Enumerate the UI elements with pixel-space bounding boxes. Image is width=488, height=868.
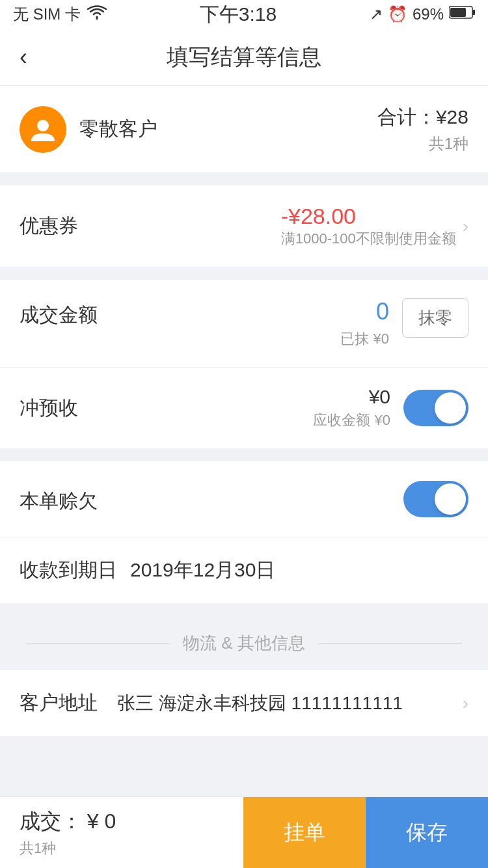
round-off-button[interactable]: 抹零 xyxy=(402,298,468,338)
alarm-icon: ⏰ xyxy=(388,5,407,23)
address-value: 张三 海淀永丰科技园 11111111111 xyxy=(117,691,456,716)
customer-name: 零散客户 xyxy=(79,116,157,142)
prereceive-right: ¥0 应收金额 ¥0 xyxy=(313,386,468,430)
customer-total: 合计：¥28 共1种 xyxy=(377,104,468,154)
prereceive-value-area: ¥0 应收金额 ¥0 xyxy=(313,386,390,430)
battery-text: 69% xyxy=(413,5,444,23)
coupon-row[interactable]: 优惠券 -¥28.00 满1000-100不限制使用金额 › xyxy=(0,185,488,267)
location-icon: ↗ xyxy=(370,5,383,23)
transaction-right: 0 已抹 ¥0 抹零 xyxy=(340,298,468,349)
due-date-row: 收款到期日 2019年12月30日 xyxy=(0,537,488,603)
bottom-deal-amount: ¥ 0 xyxy=(87,809,116,833)
total-amount: 合计：¥28 xyxy=(377,104,468,131)
transaction-sub: 已抹 ¥0 xyxy=(340,329,389,349)
transaction-value-area: 0 已抹 ¥0 xyxy=(340,298,389,349)
svg-point-3 xyxy=(37,120,49,131)
bottom-deal-label: 成交： xyxy=(20,809,82,833)
credit-debt-toggle-knob xyxy=(435,483,466,515)
coupon-section[interactable]: 优惠券 -¥28.00 满1000-100不限制使用金额 › xyxy=(0,185,488,267)
nav-bar: ‹ 填写结算等信息 xyxy=(0,29,488,86)
bottom-deal: 成交： ¥ 0 xyxy=(20,807,224,836)
logistics-divider: 物流 & 其他信息 xyxy=(0,632,488,655)
credit-debt-section: 本单赊欠 收款到期日 2019年12月30日 xyxy=(0,461,488,603)
total-count: 共1种 xyxy=(377,133,468,154)
bottom-bar: 成交： ¥ 0 共1种 挂单 保存 xyxy=(0,796,488,868)
address-row[interactable]: 客户地址 张三 海淀永丰科技园 11111111111 › xyxy=(0,670,488,736)
save-button[interactable]: 保存 xyxy=(366,797,488,869)
sim-status: 无 SIM 卡 xyxy=(13,4,81,25)
divider-line-left xyxy=(26,643,170,644)
status-time: 下午3:18 xyxy=(200,1,277,28)
battery-icon xyxy=(449,5,475,23)
bottom-count: 共1种 xyxy=(20,839,224,858)
svg-rect-1 xyxy=(472,10,475,15)
status-bar: 无 SIM 卡 下午3:18 ↗ ⏰ 69% xyxy=(0,0,488,29)
status-left: 无 SIM 卡 xyxy=(13,4,107,25)
credit-debt-row: 本单赊欠 xyxy=(0,461,488,537)
logistics-section: 物流 & 其他信息 xyxy=(0,616,488,670)
back-button[interactable]: ‹ xyxy=(20,44,27,71)
prereceive-row: 冲预收 ¥0 应收金额 ¥0 xyxy=(0,368,488,448)
address-section: 客户地址 张三 海淀永丰科技园 11111111111 › xyxy=(0,670,488,736)
svg-rect-2 xyxy=(450,8,466,17)
coupon-label: 优惠券 xyxy=(20,213,78,239)
coupon-description: 满1000-100不限制使用金额 xyxy=(281,229,456,249)
page-title: 填写结算等信息 xyxy=(167,42,321,72)
prereceive-toggle[interactable] xyxy=(403,390,468,426)
prereceive-sub: 应收金额 ¥0 xyxy=(313,411,390,430)
wifi-icon xyxy=(87,5,107,23)
due-date-value: 2019年12月30日 xyxy=(130,557,275,584)
credit-debt-toggle[interactable] xyxy=(403,481,468,517)
address-label: 客户地址 xyxy=(20,690,98,716)
prereceive-value: ¥0 xyxy=(313,386,390,408)
bottom-info: 成交： ¥ 0 共1种 xyxy=(0,807,243,858)
customer-row: 零散客户 合计：¥28 共1种 xyxy=(0,86,488,172)
credit-debt-label: 本单赊欠 xyxy=(20,484,98,515)
transaction-value: 0 xyxy=(340,298,389,325)
coupon-right: -¥28.00 满1000-100不限制使用金额 › xyxy=(281,204,468,249)
transaction-label: 成交金额 xyxy=(20,298,98,329)
toggle-knob xyxy=(435,392,466,424)
hold-button[interactable]: 挂单 xyxy=(243,797,366,869)
transaction-section: 成交金额 0 已抹 ¥0 抹零 冲预收 ¥0 应收金额 ¥0 xyxy=(0,280,488,448)
logistics-title: 物流 & 其他信息 xyxy=(170,632,318,655)
coupon-value-area: -¥28.00 满1000-100不限制使用金额 xyxy=(281,204,456,249)
customer-section: 零散客户 合计：¥28 共1种 xyxy=(0,86,488,172)
customer-avatar xyxy=(20,106,66,153)
due-date-label: 收款到期日 xyxy=(20,557,117,584)
chevron-right-icon: › xyxy=(463,216,468,237)
divider-line-right xyxy=(318,643,462,644)
transaction-amount-row: 成交金额 0 已抹 ¥0 抹零 xyxy=(0,280,488,368)
prereceive-label: 冲预收 xyxy=(20,395,78,422)
status-right: ↗ ⏰ 69% xyxy=(370,5,475,23)
address-chevron-icon: › xyxy=(463,693,468,714)
coupon-discount: -¥28.00 xyxy=(281,204,456,229)
